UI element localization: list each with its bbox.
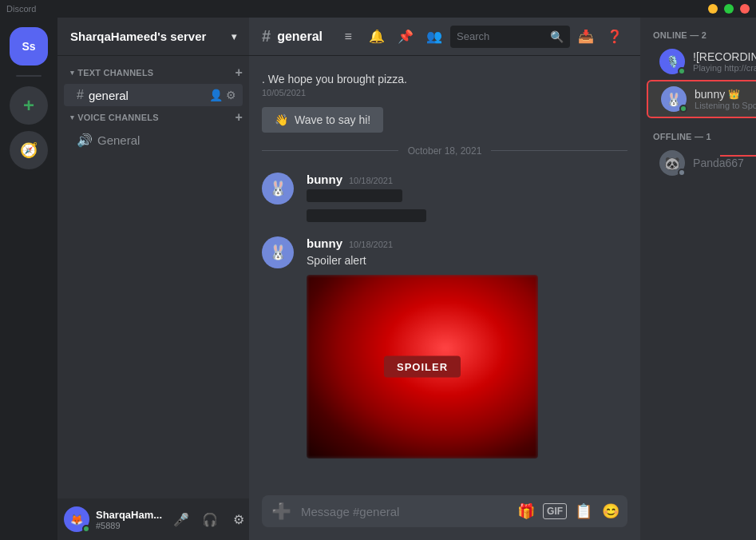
spoiler-label: SPOILER — [384, 356, 461, 378]
member-name-recording: ![RECORDING] ... — [693, 50, 756, 63]
server-divider — [16, 75, 42, 77]
user-status-online — [82, 525, 90, 533]
redacted-text-2 — [307, 209, 426, 222]
app: Ss + 🧭 SharqaHameed's server ▾ ▾ TEXT CH… — [0, 18, 756, 540]
collapse-icon: ▾ — [70, 113, 74, 121]
main-content: # general ≡ 🔔 📌 👥 🔍 📥 ❓ — [249, 18, 640, 540]
member-item-bunny[interactable]: 🐰 bunny 👑 Listening to Spotify 🎵 — [647, 80, 756, 118]
channel-list: ▾ TEXT CHANNELS + # general 👤 ⚙ ▾ VOICE … — [57, 56, 249, 498]
user-avatar-wrap: 🦊 — [64, 506, 89, 532]
voice-channels-label: VOICE CHANNELS — [77, 113, 158, 122]
maximize-button[interactable]: □ — [724, 4, 734, 14]
date-divider-text: October 18, 2021 — [398, 145, 492, 157]
message-content: . We hope you brought pizza. 10/05/2021 — [262, 72, 627, 97]
help-button[interactable]: ❓ — [602, 24, 627, 50]
member-status-recording — [678, 67, 686, 75]
discover-icon: 🧭 — [20, 141, 38, 159]
user-info: SharqaHam... #5889 — [96, 509, 162, 530]
add-voice-channel-button[interactable]: + — [235, 110, 243, 125]
server-sidebar: Ss + 🧭 — [0, 18, 57, 540]
add-icon: + — [23, 94, 34, 117]
member-info-bunny: bunny 👑 Listening to Spotify 🎵 — [695, 88, 756, 111]
message-group-pizza: . We hope you brought pizza. 10/05/2021 — [249, 69, 640, 101]
emoji-button[interactable]: 😊 — [600, 496, 621, 526]
pin-button[interactable]: 📌 — [393, 24, 418, 50]
message-timestamp-pizza: 10/05/2021 — [262, 88, 627, 97]
discover-button[interactable]: 🧭 — [10, 131, 48, 169]
message-group-bunny1: 🐰 bunny 10/18/2021 — [249, 169, 640, 230]
member-item-recording[interactable]: 🎙️ ![RECORDING] ... ✓ BOT Playing http:/… — [647, 44, 756, 79]
mute-button[interactable]: 🎤 — [168, 506, 194, 532]
add-server-button[interactable]: + — [10, 86, 48, 125]
gif-button[interactable]: GIF — [543, 503, 567, 519]
channel-item-general[interactable]: # general 👤 ⚙ — [64, 84, 243, 106]
member-name-row-recording: ![RECORDING] ... ✓ BOT — [693, 50, 756, 63]
server-initials: Ss — [22, 40, 35, 53]
collapse-icon: ▾ — [70, 69, 74, 77]
message-author-bunny1: bunny — [307, 173, 342, 186]
add-attachment-button[interactable]: ➕ — [268, 495, 295, 527]
message-header-bunny1: bunny 10/18/2021 — [307, 173, 627, 186]
divider-line-right — [491, 150, 627, 151]
wave-emoji: 👋 — [275, 113, 288, 126]
message-text-pizza: . We hope you brought pizza. — [262, 72, 627, 88]
settings-icon[interactable]: ⚙ — [226, 89, 236, 101]
text-channels-label: TEXT CHANNELS — [77, 68, 153, 77]
arrow-annotation — [720, 155, 756, 157]
chat-input-box: ➕ 🎁 GIF 📋 😊 — [262, 495, 627, 527]
user-settings-button[interactable]: ⚙ — [226, 506, 251, 532]
relative-container: # general ≡ 🔔 📌 👥 🔍 📥 ❓ — [249, 18, 756, 540]
member-status-panda — [678, 169, 686, 177]
member-avatar-wrap-panda: 🐼 — [659, 150, 685, 176]
channel-actions: 👤 ⚙ — [209, 89, 236, 101]
server-icon-main[interactable]: Ss — [10, 27, 48, 66]
close-button[interactable]: ✕ — [740, 4, 750, 14]
message-author-bunny2: bunny — [307, 236, 342, 250]
channel-name-general: general — [89, 89, 209, 102]
chat-input[interactable] — [301, 496, 509, 527]
channel-hash-icon: # — [262, 27, 271, 46]
member-name-row-bunny: bunny 👑 — [695, 88, 756, 101]
add-text-channel-button[interactable]: + — [235, 66, 243, 80]
hash-icon: # — [77, 88, 84, 102]
minimize-button[interactable]: − — [708, 4, 718, 14]
message-timestamp-bunny1: 10/18/2021 — [349, 176, 393, 185]
member-status-bunny: Listening to Spotify 🎵 — [695, 101, 756, 111]
user-controls: 🎤 🎧 ⚙ — [168, 506, 251, 532]
chevron-down-icon: ▾ — [232, 31, 236, 42]
channel-item-general-voice[interactable]: 🔊 General — [64, 129, 243, 152]
message-header-bunny2: bunny 10/18/2021 — [307, 236, 627, 250]
channel-sidebar: SharqaHameed's server ▾ ▾ TEXT CHANNELS … — [57, 18, 249, 540]
member-name-bunny: bunny — [695, 88, 725, 101]
chat-channel-name: general — [277, 30, 323, 44]
spoiler-image[interactable]: SPOILER — [307, 275, 538, 459]
search-input[interactable] — [457, 30, 550, 42]
user-tag: #5889 — [96, 521, 162, 530]
chat-header-actions: ≡ 🔔 📌 👥 🔍 📥 ❓ — [335, 24, 627, 50]
deafen-button[interactable]: 🎧 — [197, 506, 223, 532]
inbox-button[interactable]: 📥 — [573, 24, 599, 50]
voice-channels-category[interactable]: ▾ VOICE CHANNELS + — [57, 107, 249, 128]
notifications-button[interactable]: 🔔 — [364, 24, 390, 50]
wave-button[interactable]: 👋 Wave to say hi! — [262, 107, 383, 133]
message-text-bunny1 — [307, 189, 627, 227]
member-avatar-wrap-recording: 🎙️ — [659, 49, 685, 74]
member-name-panda: Panda667 — [693, 157, 744, 169]
threads-button[interactable]: ≡ — [335, 24, 361, 50]
sticker-button[interactable]: 📋 — [573, 496, 594, 526]
user-avatar-emoji: 🦊 — [70, 514, 83, 526]
message-content-bunny2: bunny 10/18/2021 Spoiler alert SPOILER — [307, 236, 627, 459]
crown-icon: 👑 — [728, 89, 740, 100]
member-name-row-panda: Panda667 — [693, 157, 756, 169]
speaker-icon: 🔊 — [77, 133, 93, 148]
search-box[interactable]: 🔍 — [450, 26, 570, 48]
wave-label: Wave to say hi! — [295, 113, 370, 126]
server-header[interactable]: SharqaHameed's server ▾ — [57, 18, 249, 56]
right-sidebar: ONLINE — 2 🎙️ ![RECORDING] ... ✓ BOT Pla… — [640, 18, 756, 540]
member-status-recording: Playing http://craig.chat — [693, 63, 756, 73]
member-item-panda[interactable]: 🐼 Panda667 — [647, 145, 756, 181]
members-button[interactable]: 👥 — [422, 24, 447, 50]
text-channels-category[interactable]: ▾ TEXT CHANNELS + — [57, 62, 249, 83]
gift-button[interactable]: 🎁 — [516, 496, 536, 526]
invite-icon[interactable]: 👤 — [209, 89, 223, 101]
